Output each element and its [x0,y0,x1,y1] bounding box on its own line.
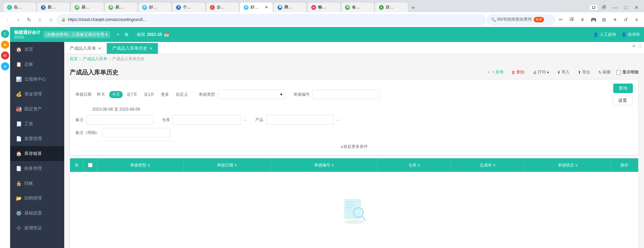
detail-note-filter-input[interactable] [102,128,170,137]
settings-company-btn[interactable]: ⚙ [124,32,129,37]
col-num[interactable]: 单据编号 ⇅ [271,158,378,172]
maximize-btn[interactable]: □ [621,3,630,12]
add-btn[interactable]: ＋ + 新增 [484,68,506,76]
show-columns-toggle[interactable]: 显示明细 [616,69,639,75]
game-icon-btn[interactable]: 🎮 [589,15,598,24]
forward-btn[interactable]: › [14,15,23,24]
browser-tab-3[interactable]: 易 易… [70,2,104,12]
page-tab-list[interactable]: 产成品入库单 ✕ [64,43,107,54]
grid-icon-btn[interactable]: ⊞ [599,15,609,24]
date-today-btn[interactable]: 今天 [109,91,123,98]
nav-item-close[interactable]: 🔒 结账 [10,176,64,191]
col-status[interactable]: 单据状态 ⇅ [524,158,611,172]
warehouse-dots-btn[interactable]: ··· [243,117,247,122]
browser-tab-6[interactable]: 文 个… [172,2,206,12]
home-btn[interactable]: ⌂ [35,15,45,24]
new-tab-button[interactable]: ＋ [408,3,418,12]
browser-tab-5[interactable]: 好 好… [138,2,172,12]
back-btn[interactable]: ‹ [3,15,12,24]
theme-icon-btn[interactable]: ☀ [610,15,620,24]
type-select[interactable]: ▾ [218,90,285,99]
query-button[interactable]: 查询 [613,84,633,93]
browser-tab-7[interactable]: C 企… [206,2,239,12]
calendar-icon[interactable]: 📅 [164,32,169,37]
col-type[interactable]: 单据类型 ⇅ [97,158,184,172]
tab-count-badge[interactable]: 12 [589,4,598,10]
show-columns-checkbox[interactable] [616,70,621,75]
warehouse-filter-input[interactable] [173,115,240,125]
restore-window-btn[interactable]: 🗗 [599,3,609,12]
nav-item-ledger[interactable]: 📋 总账 [10,57,64,72]
address-bar[interactable]: 🔒 https://cloud.chanjet.com/accounting/u… [57,15,486,25]
delete-btn[interactable]: 🗑 删除 [509,68,527,76]
col-settings[interactable]: ⚙ [70,158,84,172]
date-more-btn[interactable]: 更多 [158,91,172,98]
nav-item-payroll[interactable]: 🧾 工资 [10,116,64,131]
browser-tab-1[interactable]: C 在… [3,2,37,12]
browser-tab-9[interactable]: 腾 腾… [273,2,307,12]
export-btn[interactable]: ⬆ 导出 [575,68,593,76]
settings-icon-btn[interactable]: ≡ [632,15,641,24]
nav-item-assets[interactable]: 🏭 固定资产 [10,102,64,116]
nav-item-tax[interactable]: 📑 税务管理 [10,161,64,176]
browser-tab-11[interactable]: 表 各… [341,2,375,12]
date-1month-btn[interactable]: 近1月 [141,91,157,98]
refresh-btn-action[interactable]: ↻ 刷新 [596,68,614,76]
nav-item-newvoucher[interactable]: ➕ 新增凭证 [10,221,64,235]
note-filter-input[interactable] [86,115,154,125]
nav-item-archive[interactable]: 📂 归档管理 [10,191,64,206]
import-btn[interactable]: ⬇ 导入 [554,68,572,76]
minimize-btn[interactable]: — [610,3,620,12]
nav-item-basic[interactable]: ⚙️ 基础设置 [10,206,64,221]
browser-sidebar-icon-2[interactable]: ★ [1,41,9,49]
date-custom-btn[interactable]: 自定义 [173,91,191,98]
col-date[interactable]: 单据日期 ⇅ [184,158,271,172]
nav-item-home[interactable]: 🏠 首页 [10,42,64,57]
tab-close-8[interactable]: ✕ [264,5,269,10]
nav-item-inventory[interactable]: 🏠 库存核算 [10,146,64,161]
product-dots-btn[interactable]: ··· [336,117,340,122]
select-all-checkbox[interactable] [88,163,93,167]
panel-expand-btn[interactable]: □ [639,43,641,49]
num-filter-input[interactable] [312,90,380,99]
breadcrumb-list[interactable]: 产成品入库单 [83,56,107,62]
nav-item-invoice[interactable]: 📄 发票管理 [10,131,64,146]
page-tab-history-close[interactable]: ✕ [149,46,152,51]
refresh-btn[interactable]: ↻ [24,15,34,24]
user-info-btn[interactable]: 👤 徐泽华 [621,32,640,38]
date-7days-btn[interactable]: 近7天 [124,91,140,98]
product-filter-input[interactable] [266,115,334,125]
history-icon-btn[interactable]: ↺ [621,15,630,24]
browser-tab-2[interactable]: 文 新… [37,2,70,12]
col-cost[interactable]: 总成本 ⇅ [451,158,524,172]
customer-service-btn[interactable]: 👤 人工咨询 [593,32,616,38]
close-window-btn[interactable]: ✕ [632,3,641,12]
browser-sidebar-icon-3[interactable]: W [1,51,9,60]
panel-close-btn[interactable]: ✕ [632,43,636,49]
browser-tab-4[interactable]: 易 易… [104,2,138,12]
payroll-nav-icon: 🧾 [16,121,22,127]
col-checkbox[interactable] [84,158,97,172]
page-tab-history[interactable]: 产成品入库单历史 ✕ [107,43,158,54]
scissors-icon-btn[interactable]: ✂ [556,15,566,24]
filter-settings-button[interactable]: 设置 [613,96,633,105]
company-selector[interactable]: (勿删勿禁用）江西服宝测试专用 ▾ [43,31,110,38]
add-company-btn[interactable]: ＋ [116,31,120,38]
browser-tab-8[interactable]: 好 好… ✕ [239,2,273,12]
browser-search-bar[interactable]: 🔍 360智能抠图免费用 热搜 [487,15,555,25]
breadcrumb-home[interactable]: 首页 [70,56,78,62]
nav-item-reports[interactable]: 📊 云报表中心 [10,72,64,87]
date-yesterday-btn[interactable]: 昨天 [94,91,108,98]
page-tab-list-close[interactable]: ✕ [98,46,101,51]
yuan-icon-btn[interactable]: ¥ [578,15,587,24]
browser-tab-10[interactable]: M 畅… [307,2,341,12]
browser-sidebar-icon-4[interactable]: ✉ [1,62,9,70]
browser-sidebar-icon-1[interactable]: C [1,30,9,38]
col-warehouse[interactable]: 仓库 ⇅ [378,158,451,172]
collapse-btn[interactable]: ∧ 收起更多条件 [339,142,369,151]
print-btn[interactable]: 🖨 打印 ▾ [530,68,552,76]
translate-icon-btn[interactable]: 译 [567,15,576,24]
nav-item-funds[interactable]: 💰 资金管理 [10,87,64,102]
browser-tab-12[interactable]: S 目… [375,2,408,12]
bookmark-btn[interactable]: ☆ [46,15,55,24]
